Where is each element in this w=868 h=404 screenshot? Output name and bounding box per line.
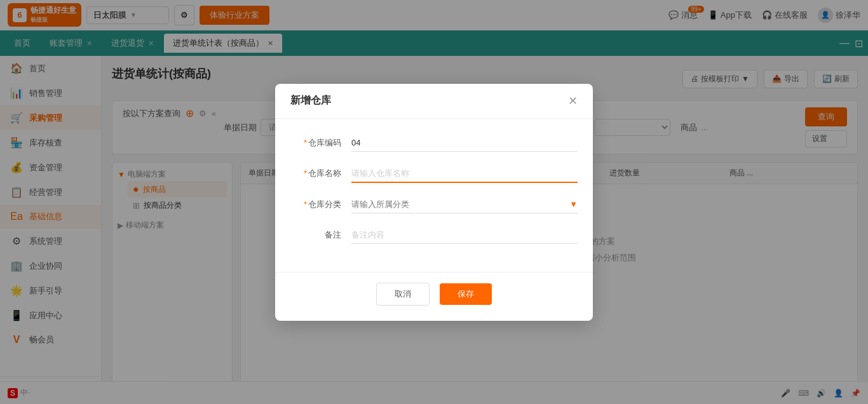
- category-select-container: ▼: [351, 196, 578, 213]
- cancel-button[interactable]: 取消: [376, 283, 430, 306]
- name-label: 仓库名称: [290, 168, 341, 179]
- category-field-row: 仓库分类 ▼: [290, 196, 578, 213]
- add-warehouse-modal: 新增仓库 ✕ 仓库编码 仓库名称 仓库分类 ▼: [275, 84, 593, 321]
- modal-header: 新增仓库 ✕: [275, 84, 593, 119]
- modal-overlay: 新增仓库 ✕ 仓库编码 仓库名称 仓库分类 ▼: [0, 0, 868, 404]
- name-field-row: 仓库名称: [290, 165, 578, 183]
- code-input[interactable]: [351, 134, 578, 152]
- save-button[interactable]: 保存: [440, 283, 492, 305]
- modal-body: 仓库编码 仓库名称 仓库分类 ▼ 备注: [275, 119, 593, 272]
- modal-title: 新增仓库: [290, 94, 331, 107]
- code-label: 仓库编码: [290, 137, 341, 149]
- modal-footer: 取消 保存: [275, 273, 593, 321]
- name-input[interactable]: [351, 165, 578, 183]
- category-label: 仓库分类: [290, 199, 341, 210]
- note-label: 备注: [290, 229, 341, 241]
- code-field-row: 仓库编码: [290, 134, 578, 152]
- category-input[interactable]: [351, 196, 569, 213]
- category-dropdown-icon[interactable]: ▼: [569, 199, 578, 209]
- modal-close-icon[interactable]: ✕: [568, 94, 578, 108]
- note-input[interactable]: [351, 226, 578, 244]
- note-field-row: 备注: [290, 226, 578, 244]
